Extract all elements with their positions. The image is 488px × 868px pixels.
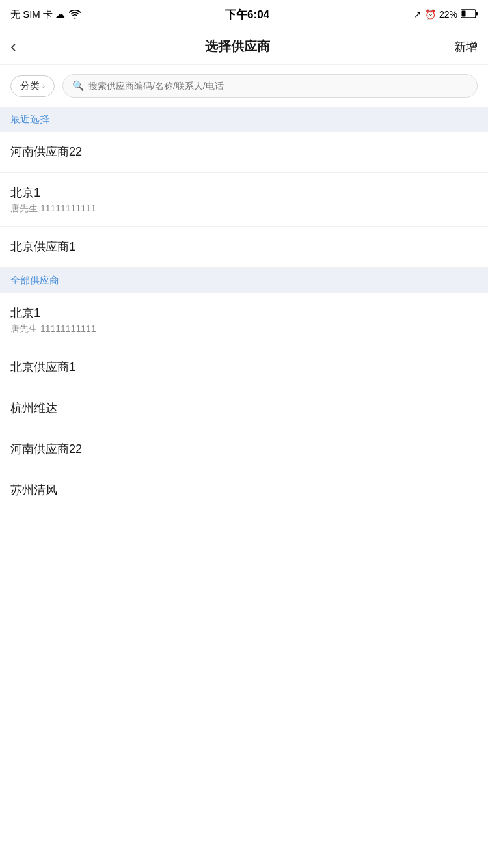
add-button[interactable]: 新增 — [454, 39, 478, 55]
recent-section-header: 最近选择 — [0, 107, 488, 132]
list-item[interactable]: 杭州维达 — [0, 388, 488, 429]
list-item[interactable]: 河南供应商22 — [0, 132, 488, 173]
svg-rect-2 — [476, 12, 478, 15]
alarm-icon: ⏰ — [425, 9, 436, 20]
list-item[interactable]: 北京供应商1 — [0, 227, 488, 268]
item-name: 北京供应商1 — [10, 239, 478, 254]
status-right: ↗ ⏰ 22% — [414, 9, 478, 20]
list-item[interactable]: 北京1 唐先生 11111111111 — [0, 173, 488, 227]
search-box[interactable]: 🔍 — [62, 74, 478, 98]
all-section-header: 全部供应商 — [0, 268, 488, 293]
item-name: 北京1 — [10, 185, 478, 200]
list-item[interactable]: 河南供应商22 — [0, 429, 488, 470]
item-name: 北京1 — [10, 305, 478, 321]
back-button[interactable]: ‹ — [5, 31, 21, 62]
sim-status: 无 SIM 卡 ☁ — [10, 8, 65, 21]
item-contact: 唐先生 11111111111 — [10, 203, 478, 215]
status-left: 无 SIM 卡 ☁ — [10, 8, 81, 21]
nav-bar: ‹ 选择供应商 新增 — [0, 29, 488, 65]
chevron-right-icon: › — [42, 81, 45, 90]
category-label: 分类 — [20, 80, 40, 92]
svg-rect-1 — [461, 10, 465, 16]
item-name: 杭州维达 — [10, 400, 478, 416]
category-button[interactable]: 分类 › — [10, 75, 55, 97]
battery-svg — [461, 9, 478, 18]
location-icon: ↗ — [414, 9, 422, 20]
battery-icon — [461, 9, 478, 20]
all-section-label: 全部供应商 — [10, 275, 59, 286]
wifi-icon — [69, 10, 81, 19]
filter-bar: 分类 › 🔍 — [0, 65, 488, 107]
item-name: 河南供应商22 — [10, 144, 478, 159]
search-input[interactable] — [88, 81, 468, 91]
status-time: 下午6:04 — [225, 7, 269, 22]
item-name: 北京供应商1 — [10, 359, 478, 375]
list-item[interactable]: 北京1 唐先生 11111111111 — [0, 293, 488, 347]
recent-items-list: 河南供应商22 北京1 唐先生 11111111111 北京供应商1 — [0, 132, 488, 268]
recent-section-label: 最近选择 — [10, 113, 49, 124]
item-name: 河南供应商22 — [10, 441, 478, 457]
item-contact: 唐先生 11111111111 — [10, 323, 478, 335]
search-icon: 🔍 — [72, 80, 85, 92]
list-item[interactable]: 苏州清风 — [0, 470, 488, 511]
battery-percent: 22% — [439, 9, 457, 20]
item-name: 苏州清风 — [10, 482, 478, 498]
page-title: 选择供应商 — [205, 38, 270, 55]
list-item[interactable]: 北京供应商1 — [0, 347, 488, 388]
status-bar: 无 SIM 卡 ☁ 下午6:04 ↗ ⏰ 22% — [0, 0, 488, 29]
all-items-list: 北京1 唐先生 11111111111 北京供应商1 杭州维达 河南供应商22 … — [0, 293, 488, 511]
